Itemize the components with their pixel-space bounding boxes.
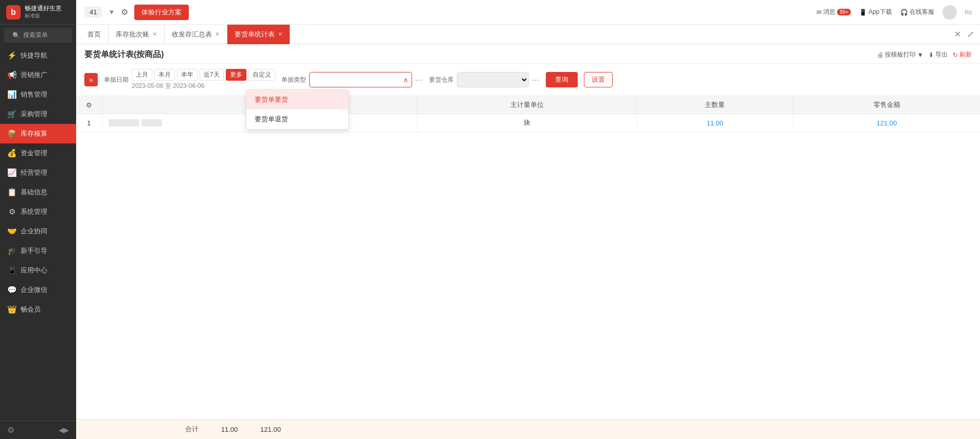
date-btn-more[interactable]: 更多: [226, 69, 246, 81]
enterprise-icon: 🤝: [7, 227, 16, 236]
tab-home-label: 首页: [87, 30, 101, 39]
sidebar-item-purchase[interactable]: 🛒 采购管理: [0, 104, 76, 124]
amount-link[interactable]: 121.00: [877, 119, 897, 127]
export-btn[interactable]: ⬇ 导出: [929, 50, 948, 59]
refresh-btn[interactable]: ↻ 刷新: [953, 50, 972, 59]
messages-btn[interactable]: ✉ 消息 99+: [816, 8, 851, 16]
sidebar-item-label: 采购管理: [21, 109, 47, 119]
dropdown-item-return[interactable]: 要货单退货: [246, 109, 348, 129]
sidebar-bottom: ⚙ ◀▶: [0, 420, 76, 439]
headset-icon: 🎧: [900, 9, 908, 16]
wechat-icon: 💬: [7, 285, 16, 295]
sidebar-item-label: 新手引导: [21, 246, 47, 255]
tab-close-icon[interactable]: ✕: [215, 31, 220, 38]
sidebar-item-enterprise[interactable]: 🤝 企业协同: [0, 222, 76, 241]
inventory-icon: 📦: [7, 129, 16, 138]
type-input[interactable]: [313, 76, 403, 84]
export-icon: ⬇: [929, 51, 934, 59]
user-avatar[interactable]: [942, 5, 957, 20]
tab-expand-icon[interactable]: ⤢: [965, 28, 976, 40]
type-dots-btn[interactable]: ···: [415, 75, 423, 85]
type-dropdown: 要货单要货 要货单退货: [246, 89, 349, 130]
sidebar-item-label: 资金管理: [21, 149, 47, 158]
sidebar-item-finance[interactable]: 💰 资金管理: [0, 143, 76, 163]
app-download-label: App下载: [868, 8, 892, 16]
date-btn-thismonth[interactable]: 本月: [154, 69, 175, 81]
app-download-btn[interactable]: 📱 App下载: [859, 8, 892, 16]
query-btn[interactable]: 查询: [546, 72, 578, 87]
filter-bar: » 单据日期 上月 本月 本年 近7天 更多 自定义 2023-05-06: [76, 64, 980, 96]
message-label: 消息: [823, 8, 835, 16]
warehouse-dots-btn[interactable]: ···: [532, 75, 540, 85]
logo-icon: b: [6, 5, 21, 20]
row-quantity: 11.00: [637, 114, 793, 132]
date-btn-last7days[interactable]: 近7天: [200, 69, 224, 81]
operations-icon: 📈: [7, 168, 16, 177]
filter-expand-btn[interactable]: »: [84, 73, 98, 86]
quantity-link[interactable]: 11.00: [707, 119, 724, 127]
col-unit: 主计量单位: [417, 96, 637, 114]
date-filter-group: 单据日期 上月 本月 本年 近7天 更多 自定义 2023-05-06 至 20…: [104, 69, 275, 90]
sidebar-item-newbie[interactable]: 🎓 新手引导: [0, 241, 76, 261]
industry-btn[interactable]: 体验行业方案: [134, 5, 189, 20]
marketing-icon: 📢: [7, 70, 16, 80]
warehouse-select[interactable]: [457, 72, 529, 87]
sidebar-settings-icon[interactable]: ⚙: [7, 425, 14, 435]
date-btn-thisyear[interactable]: 本年: [177, 69, 198, 81]
finance-icon: 💰: [7, 149, 16, 158]
tab-inventory-batch[interactable]: 库存批次账 ✕: [109, 25, 165, 44]
sidebar-item-wechat[interactable]: 💬 企业微信: [0, 280, 76, 300]
sidebar-item-label: 系统管理: [21, 207, 47, 216]
table-setting-icon[interactable]: ⚙: [86, 101, 92, 109]
date-btn-lastmonth[interactable]: 上月: [132, 69, 152, 81]
print-btn[interactable]: 🖨 按模板打印 ▼: [877, 50, 923, 59]
sidebar: b 畅捷通好生意 标准版 🔍 搜索菜单 ⚡ 快捷导航 📢 营销推广 📊 销售管理…: [0, 0, 76, 439]
page-header: 要货单统计表(按商品) 🖨 按模板打印 ▼ ⬇ 导出 ↻ 刷新: [76, 44, 980, 64]
type-input-wrap[interactable]: ∧: [309, 72, 412, 87]
phone-icon: 📱: [859, 9, 867, 16]
appcenter-icon: 📱: [7, 266, 16, 275]
tab-close-all-icon[interactable]: ✕: [952, 28, 963, 40]
sidebar-item-sales[interactable]: 📊 销售管理: [0, 85, 76, 104]
tab-close-icon[interactable]: ✕: [278, 31, 282, 38]
type-dropdown-close-icon[interactable]: ∧: [403, 76, 408, 84]
footer-label: 合计: [185, 425, 199, 434]
sidebar-item-marketing[interactable]: 📢 营销推广: [0, 65, 76, 85]
topbar-gear-button[interactable]: ⚙: [121, 7, 128, 17]
search-menu-btn[interactable]: 🔍 搜索菜单: [4, 28, 72, 43]
tab-requisition-stats[interactable]: 要货单统计表 ✕: [227, 25, 290, 44]
row-amount: 121.00: [793, 114, 980, 132]
tab-home[interactable]: 首页: [80, 25, 109, 44]
sidebar-item-operations[interactable]: 📈 经营管理: [0, 163, 76, 182]
sidebar-item-label: 库存核算: [21, 129, 47, 138]
system-icon: ⚙: [7, 207, 16, 216]
table-row: 1 块 11.00: [76, 114, 980, 132]
message-badge: 99+: [837, 9, 851, 15]
logo-title: 畅捷通好生意: [25, 5, 62, 13]
date-btn-custom[interactable]: 自定义: [248, 69, 275, 81]
date-filter-label: 单据日期: [104, 76, 129, 84]
topbar-number: 41: [84, 7, 102, 17]
user-name: Rit: [965, 9, 972, 15]
sidebar-item-label: 营销推广: [21, 70, 47, 80]
online-service-btn[interactable]: 🎧 在线客服: [900, 8, 934, 16]
dropdown-item-requisition[interactable]: 要货单要货: [246, 90, 348, 109]
tab-close-icon[interactable]: ✕: [152, 31, 157, 38]
sidebar-item-system[interactable]: ⚙ 系统管理: [0, 202, 76, 222]
quicknav-icon: ⚡: [7, 51, 16, 60]
sidebar-item-vip[interactable]: 👑 畅会员: [0, 300, 76, 319]
col-amount: 零售金额: [793, 96, 980, 114]
sidebar-item-inventory[interactable]: 📦 库存核算: [0, 124, 76, 143]
sidebar-item-label: 基础信息: [21, 188, 47, 197]
tab-receive-summary[interactable]: 收发存汇总表 ✕: [165, 25, 227, 44]
type-filter-label: 单据类型: [281, 76, 306, 84]
sidebar-item-quicknav[interactable]: ⚡ 快捷导航: [0, 46, 76, 65]
table-header-row: ⚙ 商品 主计量单位 主数量 零售金额: [76, 96, 980, 114]
setting-btn[interactable]: 设置: [584, 72, 613, 87]
sidebar-item-base-info[interactable]: 📋 基础信息: [0, 182, 76, 202]
page-title: 要货单统计表(按商品): [84, 49, 164, 60]
topbar-chevron-icon[interactable]: ▼: [108, 8, 115, 16]
sidebar-collapse-icon[interactable]: ◀▶: [59, 426, 69, 434]
sidebar-item-label: 经营管理: [21, 168, 47, 177]
sidebar-item-appcenter[interactable]: 📱 应用中心: [0, 261, 76, 280]
